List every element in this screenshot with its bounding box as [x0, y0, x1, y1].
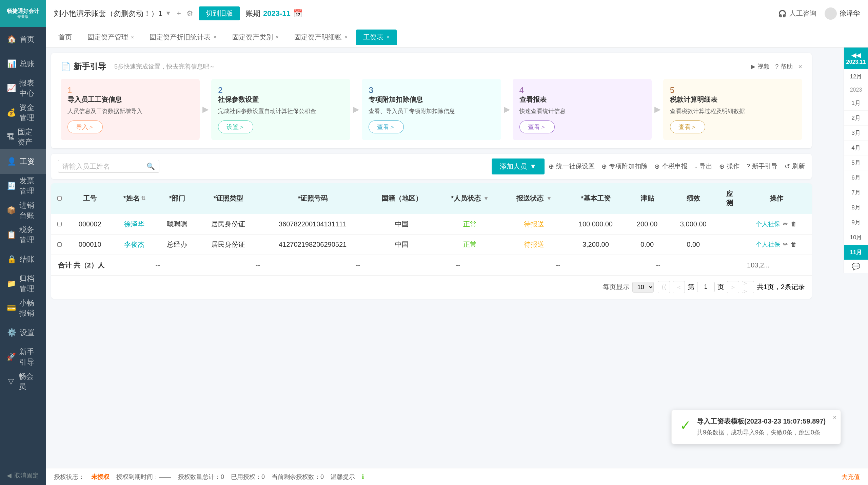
headset-icon: 🎧 [778, 10, 787, 18]
ai-service[interactable]: 🎧 人工咨询 [778, 9, 816, 18]
special-deduction-btn[interactable]: ⊕ 专项附加扣除 [601, 162, 648, 171]
sidebar-item-settings[interactable]: ⚙️ 设置 [0, 320, 46, 345]
cal-month-1[interactable]: 1月 [844, 96, 868, 111]
delete-btn[interactable]: 🗑 [791, 221, 797, 228]
wizard-step-5: 5 税款计算明细表 查看税款计算过程及明细数据 查看＞ [663, 79, 802, 140]
sidebar-item-archive[interactable]: 📁 归档管理 [0, 272, 46, 296]
cal-month-9[interactable]: 9月 [844, 215, 868, 230]
tab-close-icon[interactable]: × [386, 34, 389, 40]
settings-header-icon[interactable]: ⚙ [186, 9, 193, 18]
sidebar-item-home[interactable]: 🏠 首页 [0, 27, 46, 52]
step-btn-1[interactable]: 导入＞ [67, 120, 103, 133]
sidebar-item-fixed-assets[interactable]: 🏗 固定资产 [0, 125, 46, 149]
cal-month-5[interactable]: 5月 [844, 155, 868, 170]
sidebar-item-close[interactable]: 🔒 结账 [0, 247, 46, 272]
search-input[interactable] [62, 163, 144, 170]
sidebar-item-inventory[interactable]: 📦 进销台账 [0, 198, 46, 223]
sort-icon[interactable]: ⇅ [141, 195, 145, 202]
cal-month-3[interactable]: 3月 [844, 126, 868, 141]
switch-version-btn[interactable]: 切到旧版 [199, 6, 240, 20]
sidebar-item-member[interactable]: ▽ 畅会员 [0, 369, 46, 394]
cal-year-2023-label: 2023 [844, 84, 868, 96]
add-account-icon[interactable]: + [177, 9, 181, 18]
tab-close-icon[interactable]: × [131, 34, 134, 40]
unpin-btn[interactable]: ◀ 取消固定 [0, 466, 46, 485]
toast-close-btn[interactable]: × [833, 414, 836, 421]
edit-btn[interactable]: ✏ [783, 220, 788, 228]
page-input[interactable] [697, 282, 715, 292]
wizard-video-link[interactable]: ▶ 视频 [751, 62, 770, 71]
per-page-select[interactable]: 10 20 50 [632, 282, 654, 293]
th-dept: *部门 [156, 183, 198, 214]
account-selector[interactable]: 刘小艳演示账套（勿删勿动！）1 ▼ [54, 8, 171, 19]
personal-insurance-link[interactable]: 个人社保 [756, 240, 780, 248]
tax-declaration-btn[interactable]: ⊕ 个税申报 [654, 162, 688, 171]
td-performance: 3,000.00 [668, 214, 718, 234]
sidebar-item-finance[interactable]: 💰 资金管理 [0, 100, 46, 125]
step-btn-4[interactable]: 查看＞ [519, 120, 555, 133]
export-btn[interactable]: ↓ 导出 [694, 162, 713, 171]
sidebar-item-payroll[interactable]: 👤 工资 [0, 149, 46, 174]
tab-home[interactable]: 首页 [51, 30, 79, 45]
td-status: 正常 [437, 214, 503, 234]
feedback-icon[interactable]: 💬 [849, 260, 863, 273]
dropdown-arrow-icon: ▼ [530, 163, 536, 170]
sidebar-item-ledger[interactable]: 📊 总账 [0, 52, 46, 76]
prev-page-btn[interactable]: ＜ [673, 281, 685, 293]
sidebar-item-invoices[interactable]: 🧾 发票管理 [0, 174, 46, 198]
report-filter-icon[interactable]: ▼ [546, 195, 552, 202]
cal-month-2[interactable]: 2月 [844, 111, 868, 126]
th-emp-id: 工号 [67, 183, 112, 214]
refresh-btn[interactable]: ↺ 刷新 [785, 162, 805, 171]
wizard-close-btn[interactable]: × [798, 63, 802, 71]
sidebar-item-guide[interactable]: 🚀 新手引导 [0, 345, 46, 369]
status-filter-icon[interactable]: ▼ [484, 195, 489, 202]
next-page-btn[interactable]: ＞ [727, 281, 739, 293]
step-btn-3[interactable]: 查看＞ [369, 120, 404, 133]
cal-month-10[interactable]: 10月 [844, 230, 868, 245]
tab-close-icon[interactable]: × [276, 34, 279, 40]
wizard-help-link[interactable]: ? 帮助 [775, 62, 793, 71]
operation-btn[interactable]: ⊕ 操作 [719, 162, 739, 171]
employee-name-link[interactable]: 李俊杰 [124, 241, 144, 248]
last-page-btn[interactable]: ＞＞ [742, 281, 754, 293]
row-checkbox[interactable] [57, 242, 62, 247]
step-btn-5[interactable]: 查看＞ [670, 120, 705, 133]
tab-payroll[interactable]: 工资表 × [356, 30, 396, 45]
employee-name-link[interactable]: 徐泽华 [124, 220, 144, 228]
tab-asset-ledger[interactable]: 固定资产明细账 × [287, 30, 355, 45]
sidebar-item-expense[interactable]: 💳 小畅报销 [0, 296, 46, 320]
recharge-link[interactable]: 去充值 [842, 473, 860, 481]
cal-month-8[interactable]: 8月 [844, 200, 868, 215]
step-btn-2[interactable]: 设置＞ [218, 120, 253, 133]
cal-month-12[interactable]: 12月 [844, 69, 868, 84]
personal-insurance-link[interactable]: 个人社保 [756, 220, 780, 228]
delete-btn[interactable]: 🗑 [791, 241, 797, 248]
edit-btn[interactable]: ✏ [783, 241, 788, 248]
calendar-panel: ◀◀ 2023.11 12月 2023 1月 2月 3月 4月 5月 6月 7月… [844, 48, 868, 273]
tab-close-icon[interactable]: × [344, 34, 348, 40]
add-employee-btn[interactable]: 添加人员 ▼ [492, 158, 545, 174]
cal-month-4[interactable]: 4月 [844, 141, 868, 155]
per-page-label: 每页显示 [603, 282, 630, 292]
td-nationality: 中国 [367, 234, 437, 255]
tab-close-icon[interactable]: × [213, 34, 216, 40]
sidebar-item-tax[interactable]: 📋 税务管理 [0, 223, 46, 247]
td-checkbox [51, 234, 67, 255]
wizard-btn[interactable]: ? 新手引导 [746, 162, 778, 171]
cal-month-6[interactable]: 6月 [844, 170, 868, 185]
period-selector[interactable]: 账期 2023-11 📅 [245, 8, 302, 19]
cal-month-7[interactable]: 7月 [844, 185, 868, 200]
sidebar-item-reports[interactable]: 📈 报表中心 [0, 76, 46, 100]
user-info[interactable]: 徐泽华 [825, 7, 860, 20]
select-all-checkbox[interactable] [57, 196, 62, 201]
row-checkbox[interactable] [57, 222, 62, 226]
td-emp-id: 000002 [67, 214, 112, 234]
tab-asset-category[interactable]: 固定资产类别 × [225, 30, 286, 45]
cal-month-11-active[interactable]: 11月 [844, 245, 868, 260]
tab-depreciation[interactable]: 固定资产折旧统计表 × [142, 30, 223, 45]
first-page-btn[interactable]: ⟨⟨ [658, 281, 670, 293]
tab-fixed-assets[interactable]: 固定资产管理 × [80, 30, 141, 45]
calendar-expand-icon[interactable]: ◀◀ [851, 52, 861, 59]
social-insurance-btn[interactable]: ⊕ 统一社保设置 [549, 162, 595, 171]
